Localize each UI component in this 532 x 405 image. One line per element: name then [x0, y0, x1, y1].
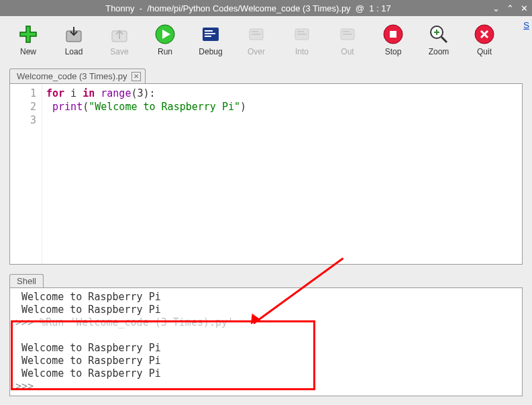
svg-rect-6 [205, 36, 211, 37]
svg-rect-4 [205, 30, 213, 32]
svg-rect-15 [343, 34, 352, 35]
quit-icon [473, 23, 496, 46]
step-out-icon [336, 23, 359, 46]
side-link[interactable]: S [523, 20, 529, 30]
file-tab-label: Welcome_code (3 Times).py [17, 71, 127, 81]
svg-rect-14 [343, 31, 350, 32]
zoom-icon [427, 23, 450, 46]
shell-panel[interactable]: Welcome to Raspberry Pi Welcome to Raspb… [9, 287, 523, 396]
stop-icon [382, 23, 405, 46]
svg-rect-11 [297, 31, 304, 32]
window-title: Thonny - /home/pi/Python Codes/Welcome_c… [4, 3, 492, 13]
step-over-icon [245, 23, 268, 46]
toolbar: New Load Save Run Debug Over Into [0, 16, 532, 63]
new-label: New [20, 47, 36, 56]
code-editor[interactable]: 1 2 3 for i in range(3): print("Welcome … [9, 83, 523, 265]
debug-label: Debug [199, 47, 222, 56]
debug-button[interactable]: Debug [188, 23, 233, 56]
into-button: Into [279, 23, 325, 56]
new-button[interactable]: New [5, 23, 51, 56]
svg-line-19 [441, 37, 447, 42]
stop-label: Stop [385, 47, 402, 56]
line-gutter: 1 2 3 [10, 84, 42, 264]
out-label: Out [341, 47, 354, 56]
quit-button[interactable]: Quit [462, 23, 507, 56]
save-icon [108, 23, 131, 46]
load-icon [62, 23, 85, 46]
shell-tabbar: Shell [0, 271, 532, 287]
save-label: Save [110, 47, 128, 56]
stop-button[interactable]: Stop [370, 23, 416, 56]
editor-tabbar: Welcome_code (3 Times).py ✕ [0, 66, 532, 83]
run-label: Run [158, 47, 172, 56]
minimize-button[interactable]: ⌄ [492, 3, 500, 13]
into-label: Into [295, 47, 309, 56]
play-icon [154, 23, 176, 46]
maximize-button[interactable]: ⌃ [507, 3, 514, 13]
svg-rect-8 [252, 31, 258, 32]
load-label: Load [65, 47, 83, 56]
over-label: Over [248, 47, 265, 56]
plus-icon [17, 23, 40, 46]
file-tab[interactable]: Welcome_code (3 Times).py ✕ [9, 69, 146, 83]
close-window-button[interactable]: ✕ [521, 3, 528, 13]
shell-tab[interactable]: Shell [9, 274, 44, 287]
zoom-button[interactable]: Zoom [416, 23, 462, 56]
debug-icon [199, 23, 222, 46]
svg-rect-17 [390, 31, 396, 38]
titlebar: Thonny - /home/pi/Python Codes/Welcome_c… [0, 0, 532, 16]
close-tab-button[interactable]: ✕ [131, 72, 141, 81]
out-button: Out [325, 23, 370, 56]
over-button: Over [233, 23, 279, 56]
code-area[interactable]: for i in range(3): print("Welcome to Ras… [42, 84, 522, 264]
load-button[interactable]: Load [51, 23, 97, 56]
step-into-icon [290, 23, 313, 46]
run-button[interactable]: Run [142, 23, 188, 56]
zoom-label: Zoom [429, 47, 449, 56]
svg-rect-12 [297, 34, 307, 35]
svg-rect-9 [252, 34, 261, 35]
quit-label: Quit [477, 47, 492, 56]
save-button[interactable]: Save [97, 23, 142, 56]
svg-rect-5 [205, 33, 215, 34]
